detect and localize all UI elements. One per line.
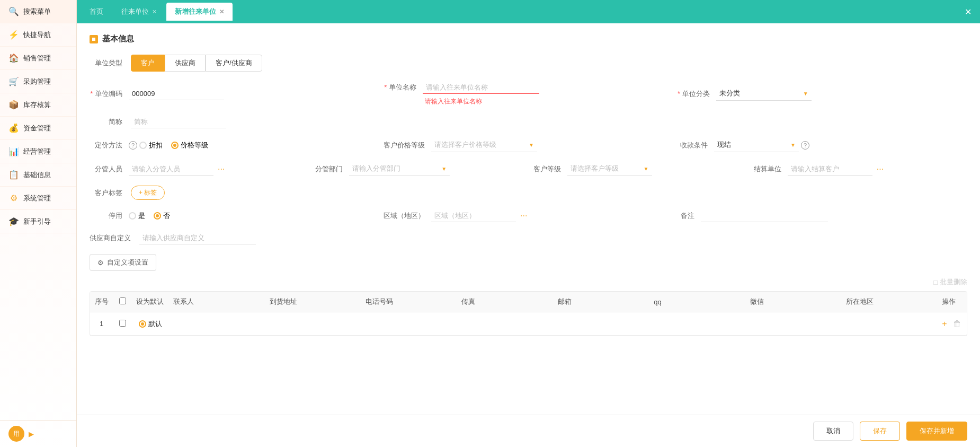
contact-input[interactable] — [173, 318, 258, 330]
customer-level-select[interactable]: 请选择客户等级 ▼ — [567, 162, 652, 176]
col-actions: 操作 — [938, 292, 967, 312]
sidebar-item-guide[interactable]: 🎓 新手引导 — [0, 210, 76, 233]
section-title: 基本信息 — [102, 34, 134, 44]
region-field: 区域（地区） ··· — [384, 209, 673, 222]
notes-input[interactable] — [701, 209, 828, 222]
notes-field: 备注 — [678, 209, 967, 222]
section-icon — [90, 35, 98, 43]
sidebar-footer: 用 ▶ — [0, 420, 76, 447]
tab-new-contact-close[interactable]: ✕ — [219, 8, 224, 15]
sidebar-item-finance[interactable]: 💰 资金管理 — [0, 117, 76, 140]
unit-category-select[interactable]: 未分类 ▼ — [716, 86, 812, 101]
table-header: 序号 设为默认 联系人 到货地址 电话号码 传真 邮箱 qq 微信 所在地区 操… — [90, 292, 967, 312]
region-more-btn[interactable]: ··· — [518, 211, 529, 221]
department-arrow: ▼ — [441, 166, 447, 172]
batch-delete[interactable]: □ 批量删除 — [90, 277, 967, 287]
select-all-checkbox[interactable] — [119, 297, 126, 304]
payment-terms-field: 收款条件 现结 ▼ ? — [678, 138, 967, 152]
unit-name-label: 单位名称 — [384, 83, 421, 92]
supplier-custom-input[interactable] — [139, 232, 256, 244]
settlement-more-btn[interactable]: ··· — [875, 164, 886, 174]
pricing-row: 定价方法 ? 折扣 价格等级 客户价格等级 请选择客户价格等级 — [90, 138, 967, 152]
col-check — [113, 292, 132, 312]
col-qq: qq — [649, 292, 745, 312]
payment-terms-help[interactable]: ? — [801, 141, 809, 150]
customer-level-field: 客户等级 请选择客户等级 ▼ — [531, 162, 747, 176]
department-label: 分管部门 — [310, 164, 347, 174]
pricing-level[interactable]: 价格等级 — [171, 141, 208, 150]
customer-level-label: 客户等级 — [531, 164, 565, 174]
tab-contacts-close[interactable]: ✕ — [152, 8, 157, 15]
manager-more-btn[interactable]: ··· — [216, 164, 227, 174]
batch-delete-icon: □ — [933, 278, 938, 286]
sidebar-item-quick-nav[interactable]: ⚡ 快捷导航 — [0, 23, 76, 47]
wechat-input[interactable] — [750, 318, 835, 330]
qq-input[interactable] — [654, 318, 738, 330]
row-checkbox[interactable] — [119, 320, 126, 327]
tab-bar-close[interactable]: ✕ — [960, 5, 976, 19]
save-new-button[interactable]: 保存并新增 — [906, 422, 967, 441]
sidebar-item-inventory[interactable]: 📦 库存核算 — [0, 93, 76, 117]
add-row-btn[interactable]: + — [942, 319, 947, 328]
inventory-icon: 📦 — [8, 100, 19, 110]
sidebar-item-sales[interactable]: 🏠 销售管理 — [0, 47, 76, 70]
expand-icon[interactable]: ▶ — [29, 430, 34, 438]
finance-icon: 💰 — [8, 123, 19, 133]
unit-type-customer[interactable]: 客户 — [131, 55, 165, 72]
unit-code-input[interactable] — [129, 87, 224, 100]
tab-new-contact[interactable]: 新增往来单位 ✕ — [166, 3, 233, 21]
unit-category-arrow: ▼ — [803, 91, 808, 97]
sidebar-item-system[interactable]: ⚙ 系统管理 — [0, 187, 76, 210]
pricing-discount[interactable]: 折扣 — [139, 141, 163, 150]
unit-name-input[interactable] — [423, 81, 539, 94]
basic-info-icon: 📋 — [8, 170, 19, 180]
tab-home[interactable]: 首页 — [81, 3, 112, 21]
row-contact — [169, 312, 265, 336]
custom-settings-btn[interactable]: ⚙ 自定义项设置 — [90, 254, 156, 271]
disabled-row: 停用 是 否 区域（地区） ··· — [90, 209, 967, 222]
pricing-discount-radio — [139, 142, 147, 149]
code-name-row: 单位编码 单位名称 请输入往来单位名称 单位分类 未分类 ▼ — [90, 81, 967, 106]
delete-row-btn[interactable]: 🗑 — [953, 319, 961, 328]
payment-terms-select[interactable]: 现结 ▼ — [714, 138, 799, 152]
region-input[interactable] — [431, 209, 516, 222]
row-email — [554, 312, 649, 336]
add-tag-btn[interactable]: + 标签 — [131, 186, 165, 200]
disabled-label: 停用 — [90, 211, 127, 221]
purchase-icon: 🛒 — [8, 76, 19, 86]
sidebar-item-purchase[interactable]: 🛒 采购管理 — [0, 70, 76, 93]
manager-input[interactable] — [129, 163, 213, 176]
sidebar-item-operations[interactable]: 📊 经营管理 — [0, 140, 76, 163]
disabled-yes-radio — [129, 212, 136, 220]
contacts-table-wrapper: 序号 设为默认 联系人 到货地址 电话号码 传真 邮箱 qq 微信 所在地区 操… — [90, 291, 967, 336]
cancel-button[interactable]: 取消 — [813, 422, 853, 441]
price-level-select[interactable]: 请选择客户价格等级 ▼ — [431, 138, 537, 152]
disabled-no[interactable]: 否 — [154, 211, 170, 221]
manager-label: 分管人员 — [90, 164, 127, 174]
region-row-input[interactable] — [846, 318, 931, 330]
sidebar-item-search[interactable]: 🔍 搜索菜单 — [0, 0, 76, 23]
col-address: 到货地址 — [265, 292, 361, 312]
unit-type-both[interactable]: 客户/供应商 — [206, 55, 262, 72]
pricing-radio-group: 折扣 价格等级 — [139, 141, 208, 150]
settlement-input[interactable] — [788, 163, 872, 176]
row-default-radio-item[interactable]: 默认 — [136, 319, 165, 329]
payment-terms-arrow: ▼ — [790, 142, 796, 148]
email-input[interactable] — [558, 318, 643, 330]
tab-contacts[interactable]: 往来单位 ✕ — [113, 3, 165, 21]
short-name-input[interactable] — [131, 116, 226, 128]
phone-input[interactable] — [366, 318, 450, 330]
fax-input[interactable] — [461, 318, 546, 330]
sidebar-item-basic-info[interactable]: 📋 基础信息 — [0, 163, 76, 187]
row-fax — [457, 312, 553, 336]
row-phone — [361, 312, 457, 336]
save-button[interactable]: 保存 — [860, 422, 900, 441]
address-input[interactable] — [270, 318, 354, 330]
short-name-label: 简称 — [90, 117, 127, 127]
search-icon: 🔍 — [8, 6, 19, 16]
disabled-yes[interactable]: 是 — [129, 211, 145, 221]
pricing-help-icon[interactable]: ? — [129, 141, 137, 150]
unit-type-supplier[interactable]: 供应商 — [165, 55, 206, 72]
quick-nav-icon: ⚡ — [8, 30, 19, 40]
department-select[interactable]: 请输入分管部门 ▼ — [349, 162, 450, 176]
